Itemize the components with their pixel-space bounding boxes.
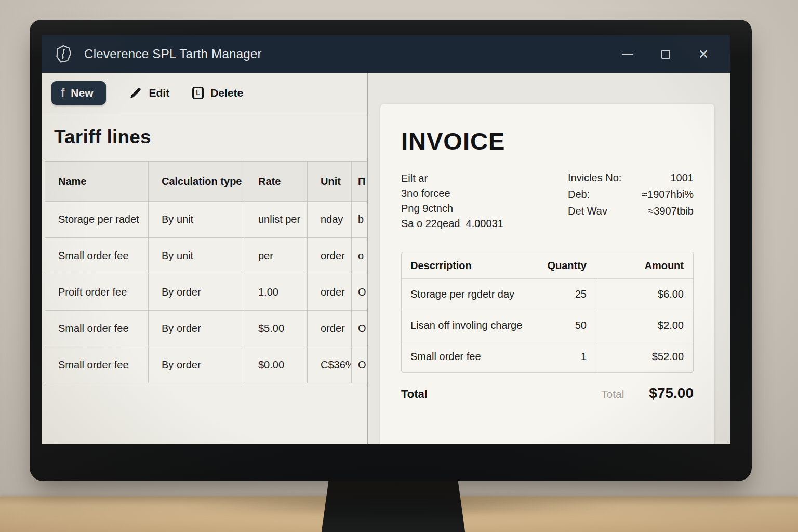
column-header-quantity: Quantty bbox=[530, 252, 598, 278]
name-cell: Small order fee bbox=[45, 347, 149, 383]
unit-cell: order bbox=[308, 311, 352, 347]
column-header-extra: Π bbox=[352, 162, 367, 202]
bill-to-line: 3no forcee bbox=[401, 186, 567, 201]
rate-cell: unlist per bbox=[245, 202, 308, 238]
maximize-icon bbox=[661, 50, 670, 59]
app-icon bbox=[55, 45, 72, 63]
invoice-date-label: Deb: bbox=[568, 189, 590, 201]
invoice-number-value: 1001 bbox=[671, 172, 694, 184]
bill-to-line: Eilt ar bbox=[401, 171, 567, 186]
invoice-title: INVOICE bbox=[401, 127, 694, 155]
calc-type-cell: By order bbox=[149, 274, 245, 311]
tariff-table: Name Calculation type Rate Unit Π Storag… bbox=[45, 161, 367, 383]
amount-cell: $6.00 bbox=[598, 279, 693, 310]
extra-cell: O bbox=[352, 311, 367, 347]
rate-cell: 1.00 bbox=[245, 274, 308, 311]
close-button[interactable]: ✕ bbox=[697, 47, 710, 61]
edit-button[interactable]: Edit bbox=[129, 86, 170, 100]
name-cell: Proift order fee bbox=[45, 274, 149, 311]
tariff-panel: f New Edit L Delete bbox=[42, 73, 367, 444]
unit-cell: C$36% bbox=[308, 347, 352, 383]
unit-cell: order bbox=[308, 274, 352, 311]
invoice-row: Lisan off involing charge 50 $2.00 bbox=[402, 310, 693, 341]
delete-icon: L bbox=[192, 87, 204, 99]
invoice-due-value: ≈3907tbib bbox=[648, 205, 694, 217]
quantity-cell: 25 bbox=[530, 279, 598, 310]
column-header-calculation-type: Calculation type bbox=[149, 162, 245, 202]
new-button-label: New bbox=[71, 87, 93, 99]
edit-button-label: Edit bbox=[149, 87, 170, 99]
extra-cell: O bbox=[352, 274, 367, 311]
invoice-row: Storage per rgdetr day 25 $6.00 bbox=[402, 278, 693, 310]
table-row[interactable]: Small order fee By order $5.00 order O bbox=[45, 311, 367, 347]
table-row[interactable]: Proift order fee By order 1.00 order O bbox=[45, 274, 367, 311]
table-row[interactable]: Small order fee By unit per order o bbox=[45, 238, 367, 274]
unit-cell: nday bbox=[308, 202, 352, 238]
extra-cell: O bbox=[352, 347, 367, 383]
invoice-due-label: Det Wav bbox=[568, 205, 607, 217]
column-header-name: Name bbox=[45, 162, 149, 202]
column-header-description: Descrription bbox=[402, 252, 530, 278]
total-label: Total bbox=[401, 388, 428, 401]
new-icon: f bbox=[61, 86, 64, 100]
column-header-amount: Amount bbox=[598, 252, 693, 278]
invoice-date-row: Deb: ≈1907hbi% bbox=[568, 189, 694, 201]
background-wall: Cleverence SPL Tarth Manager ✕ bbox=[0, 0, 798, 532]
rate-cell: per bbox=[245, 238, 308, 274]
amount-cell: $52.00 bbox=[598, 341, 693, 372]
new-button[interactable]: f New bbox=[51, 81, 106, 105]
table-row[interactable]: Small order fee By order $0.00 C$36% O bbox=[45, 347, 367, 383]
invoice-table: Descrription Quantty Amount Storage per … bbox=[401, 252, 694, 373]
invoice-number-row: Invicles No: 1001 bbox=[568, 172, 694, 184]
invoice-card: INVOICE Eilt ar 3no forcee Png 9ctnch Sa… bbox=[380, 104, 714, 444]
unit-cell: order bbox=[308, 238, 352, 274]
invoice-number-label: Invicles No: bbox=[568, 172, 621, 184]
window-title: Cleverence SPL Tarth Manager bbox=[84, 47, 262, 61]
column-header-unit: Unit bbox=[308, 162, 352, 202]
pencil-icon bbox=[129, 86, 142, 100]
calc-type-cell: By unit bbox=[149, 238, 245, 274]
name-cell: Small order fee bbox=[45, 238, 149, 274]
bill-to-block: Eilt ar 3no forcee Png 9ctnch Sa o 22qea… bbox=[401, 171, 567, 231]
total-value: $75.00 bbox=[649, 385, 694, 402]
minimize-icon bbox=[622, 54, 633, 55]
quantity-cell: 50 bbox=[530, 310, 598, 341]
panel-title: Tariff lines bbox=[54, 126, 151, 148]
invoice-panel: INVOICE Eilt ar 3no forcee Png 9ctnch Sa… bbox=[367, 73, 730, 444]
name-cell: Small order fee bbox=[45, 311, 149, 347]
monitor: Cleverence SPL Tarth Manager ✕ bbox=[30, 20, 752, 481]
invoice-due-row: Det Wav ≈3907tbib bbox=[568, 205, 694, 217]
invoice-table-header: Descrription Quantty Amount bbox=[402, 252, 693, 278]
total-row: Total Total $75.00 bbox=[401, 385, 694, 402]
total-sub-label: Total bbox=[601, 388, 624, 401]
name-cell: Storage per radet bbox=[45, 202, 149, 238]
extra-cell: b bbox=[352, 202, 367, 238]
minimize-button[interactable] bbox=[621, 47, 634, 61]
monitor-stand bbox=[320, 479, 467, 532]
column-header-rate: Rate bbox=[245, 162, 308, 202]
description-cell: Storage per rgdetr day bbox=[402, 279, 530, 310]
rate-cell: $5.00 bbox=[245, 311, 308, 347]
window-controls: ✕ bbox=[621, 47, 710, 61]
calc-type-cell: By unit bbox=[149, 202, 245, 238]
quantity-cell: 1 bbox=[530, 341, 598, 372]
toolbar: f New Edit L Delete bbox=[42, 73, 367, 113]
amount-cell: $2.00 bbox=[598, 310, 693, 341]
rate-cell: $0.00 bbox=[245, 347, 308, 383]
close-icon: ✕ bbox=[698, 48, 709, 61]
bill-to-line: Png 9ctnch bbox=[401, 201, 567, 216]
invoice-meta-block: Invicles No: 1001 Deb: ≈1907hbi% Det Wav… bbox=[568, 171, 694, 231]
delete-button-label: Delete bbox=[210, 87, 243, 99]
bill-to-line: Sa o 22qead 4.00031 bbox=[401, 216, 567, 231]
title-bar: Cleverence SPL Tarth Manager ✕ bbox=[42, 35, 730, 73]
calc-type-cell: By order bbox=[149, 311, 245, 347]
invoice-date-value: ≈1907hbi% bbox=[642, 189, 694, 201]
maximize-button[interactable] bbox=[659, 47, 672, 61]
tariff-table-header: Name Calculation type Rate Unit Π bbox=[45, 162, 367, 202]
description-cell: Small order fee bbox=[402, 341, 530, 372]
screen: Cleverence SPL Tarth Manager ✕ bbox=[42, 35, 730, 444]
invoice-row: Small order fee 1 $52.00 bbox=[402, 341, 693, 372]
extra-cell: o bbox=[352, 238, 367, 274]
delete-button[interactable]: L Delete bbox=[192, 87, 243, 99]
table-row[interactable]: Storage per radet By unit unlist per nda… bbox=[45, 202, 367, 238]
